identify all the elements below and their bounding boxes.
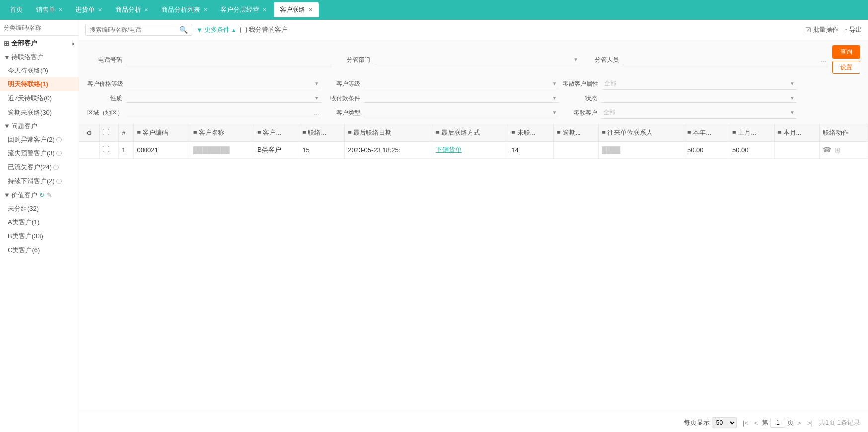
- filter-row-3: 性质 ▼ 收付款条件 ▼ 状态: [87, 94, 860, 103]
- nav-product-analysis[interactable]: 商品分析 ✕: [109, 2, 154, 17]
- sidebar-item-churn-warning[interactable]: 流失预警客户(3) ⓘ: [0, 146, 79, 160]
- content-area: 🔍 ▼ 更多条件 ▲ 我分管的客户 ☑ 批量操作 ↑ 导出: [79, 20, 868, 432]
- nav-sales-order[interactable]: 销售单 ✕: [30, 2, 69, 17]
- nature-select[interactable]: ▼: [126, 94, 321, 103]
- sidebar-item-tomorrow[interactable]: 明天待联络(1): [0, 77, 79, 91]
- ellipsis-icon[interactable]: …: [313, 109, 319, 116]
- refresh-icon[interactable]: ↻: [39, 191, 45, 199]
- manager-input[interactable]: …: [623, 55, 828, 65]
- table-row: 1 000021 ████████ B类客户 15 2023-05-23 18:…: [79, 142, 868, 159]
- nav-product-analysis-list[interactable]: 商品分析列表 ✕: [155, 2, 214, 17]
- row-checkbox[interactable]: [103, 146, 109, 152]
- sidebar-item-7days[interactable]: 近7天待联络(0): [0, 91, 79, 105]
- main-layout: 🔍 ⊞ 全部客户 « ▼ 待联络客户 今天待联络(0) 明天待联络(1) 近7天…: [0, 20, 868, 432]
- th-contact[interactable]: ≡ 联络...: [299, 124, 345, 142]
- sidebar-group-value[interactable]: ▼ 价值客户 ↻ ✎: [0, 189, 79, 202]
- pagination: |< < 第 页 > >|: [741, 418, 815, 428]
- phone-input[interactable]: [126, 55, 332, 65]
- edit-icon[interactable]: ✎: [47, 191, 52, 199]
- prev-page-button[interactable]: <: [752, 418, 760, 428]
- price-level-select[interactable]: ▼: [127, 79, 321, 88]
- sidebar-item-c-class[interactable]: C类客户(6): [0, 243, 79, 257]
- td-last-contact-date: 2023-05-23 18:25:: [345, 142, 433, 159]
- close-icon[interactable]: ✕: [262, 7, 267, 13]
- th-checkbox[interactable]: [99, 124, 119, 142]
- sidebar-item-abnormal[interactable]: 回购异常客户(2) ⓘ: [0, 133, 79, 146]
- td-index: 1: [119, 142, 134, 159]
- th-last-contact-date[interactable]: ≡ 最后联络日期: [345, 124, 433, 142]
- retail-attr-select[interactable]: 全部 ▼: [602, 78, 796, 90]
- customer-level-select[interactable]: ▼: [364, 79, 559, 88]
- action-icons: ☎ ⊞: [823, 146, 865, 154]
- page-input[interactable]: [770, 418, 785, 428]
- td-last-contact-method[interactable]: 下销货单: [433, 142, 508, 159]
- next-page-button[interactable]: >: [796, 418, 803, 428]
- my-customers-checkbox[interactable]: [240, 27, 247, 33]
- payment-select[interactable]: ▼: [364, 94, 559, 103]
- sidebar-search-input[interactable]: [4, 24, 78, 31]
- chevron-down-icon: ▼: [314, 95, 319, 101]
- close-icon[interactable]: ✕: [58, 7, 63, 13]
- chevron-down-icon: ▼: [790, 95, 795, 101]
- batch-operation-button[interactable]: ☑ 批量操作: [805, 25, 839, 34]
- sidebar-group-problem[interactable]: ▼ 问题客户: [0, 120, 79, 133]
- ellipsis-icon[interactable]: …: [820, 56, 826, 63]
- grid-icon: ⊞: [4, 40, 9, 47]
- my-customers-checkbox-label[interactable]: 我分管的客户: [240, 25, 288, 34]
- phone-action-icon[interactable]: ☎: [823, 146, 831, 154]
- select-all-checkbox[interactable]: [103, 129, 109, 135]
- search-icon[interactable]: 🔍: [179, 26, 188, 34]
- first-page-button[interactable]: |<: [741, 418, 750, 428]
- nav-purchase-order[interactable]: 进货单 ✕: [70, 2, 108, 17]
- th-this-month[interactable]: ≡ 本月...: [774, 124, 819, 142]
- sidebar-item-overdue[interactable]: 逾期未联络(30): [0, 106, 79, 120]
- sidebar-group-pending[interactable]: ▼ 待联络客户: [0, 51, 79, 64]
- collapse-icon[interactable]: «: [72, 40, 75, 47]
- td-checkbox[interactable]: [99, 142, 119, 159]
- search-input[interactable]: [90, 26, 179, 33]
- sidebar-item-declining[interactable]: 持续下滑客户(2) ⓘ: [0, 174, 79, 188]
- filter-panel: 电话号码 分管部门 ▼ 分管人员 …: [79, 40, 868, 124]
- th-code[interactable]: ≡ 客户编码: [134, 124, 190, 142]
- nav-home[interactable]: 首页: [4, 2, 29, 17]
- last-page-button[interactable]: >|: [805, 418, 815, 428]
- filter-customer-type: 客户类型 ▼: [325, 108, 559, 117]
- page-size-select[interactable]: 50 100 200: [712, 417, 737, 428]
- query-button[interactable]: 查询: [832, 45, 860, 59]
- nav-customer-segmentation[interactable]: 客户分层经营 ✕: [215, 2, 273, 17]
- footer: 每页显示 50 100 200 |< < 第 页 > >| 共1页 1条记录: [79, 413, 868, 432]
- sidebar-search-wrap: 🔍: [0, 20, 79, 36]
- sidebar-item-churned[interactable]: 已流失客户(24) ⓘ: [0, 160, 79, 174]
- th-last-month[interactable]: ≡ 上月...: [729, 124, 775, 142]
- retail-customer-select[interactable]: 全部 ▼: [601, 107, 796, 119]
- th-settings[interactable]: ⚙: [79, 124, 99, 142]
- th-overdue[interactable]: ≡ 逾期...: [554, 124, 599, 142]
- sidebar-item-a-class[interactable]: A类客户(1): [0, 216, 79, 229]
- sidebar-all-customers[interactable]: ⊞ 全部客户 «: [0, 36, 79, 51]
- nav-customer-contact[interactable]: 客户联络 ✕: [274, 2, 319, 17]
- status-select[interactable]: ▼: [601, 94, 796, 103]
- close-icon[interactable]: ✕: [203, 7, 208, 13]
- td-overdue: [554, 142, 599, 159]
- close-icon[interactable]: ✕: [144, 7, 148, 13]
- region-select[interactable]: …: [127, 108, 321, 118]
- sidebar-item-today[interactable]: 今天待联络(0): [0, 64, 79, 77]
- th-uncontacted[interactable]: ≡ 未联...: [508, 124, 554, 142]
- more-filters-button[interactable]: ▼ 更多条件 ▲: [196, 25, 236, 34]
- export-button[interactable]: ↑ 导出: [845, 25, 863, 34]
- customer-type-select[interactable]: ▼: [364, 108, 559, 117]
- sidebar-item-b-class[interactable]: B类客户(33): [0, 229, 79, 243]
- sidebar-item-ungrouped[interactable]: 未分组(32): [0, 202, 79, 216]
- th-unit-contact[interactable]: ≡ 往来单位联系人: [599, 124, 684, 142]
- setting-button[interactable]: 设置: [832, 61, 860, 74]
- th-this-year[interactable]: ≡ 本年...: [684, 124, 729, 142]
- close-icon[interactable]: ✕: [308, 7, 313, 13]
- info-icon: ⓘ: [56, 178, 62, 184]
- dept-select[interactable]: ▼: [374, 55, 580, 64]
- th-name[interactable]: ≡ 客户名称: [190, 124, 254, 142]
- grid-action-icon[interactable]: ⊞: [834, 146, 840, 154]
- th-type[interactable]: ≡ 客户...: [254, 124, 299, 142]
- th-last-contact-method[interactable]: ≡ 最后联络方式: [433, 124, 508, 142]
- last-contact-link[interactable]: 下销货单: [436, 146, 462, 153]
- close-icon[interactable]: ✕: [98, 7, 102, 13]
